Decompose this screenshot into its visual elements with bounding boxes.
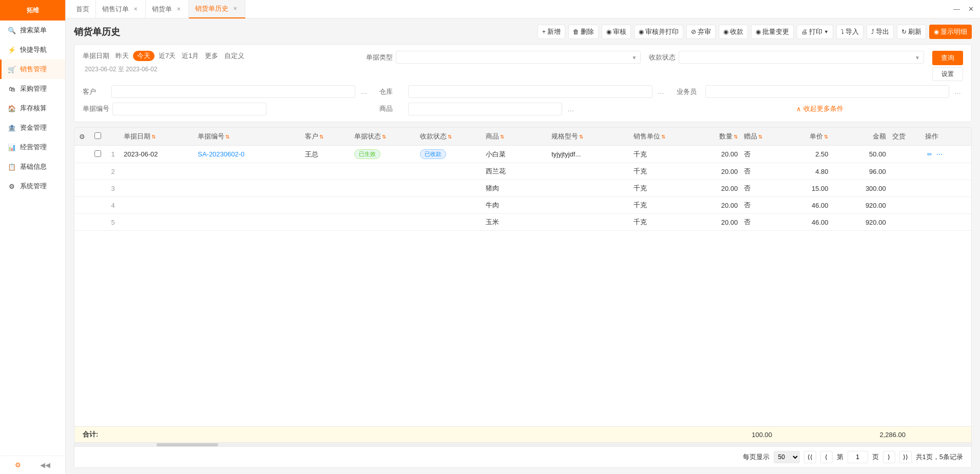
- sidebar-settings-icon[interactable]: ⚙: [15, 461, 21, 469]
- sidebar-item-inventory[interactable]: 🏠 库存核算: [0, 98, 65, 118]
- warehouse-input[interactable]: [408, 85, 652, 98]
- row-spec-cell: [548, 180, 630, 197]
- page-first-button[interactable]: ⟨⟨: [804, 451, 816, 463]
- audit-print-button[interactable]: ◉ 审核并打印: [634, 25, 683, 39]
- tab-close-sales-goods[interactable]: ✕: [175, 6, 182, 13]
- add-button[interactable]: + 新增: [537, 25, 565, 39]
- row-unit-cell: 千克: [630, 180, 691, 197]
- row-date-cell: 2023-06-02: [121, 146, 195, 163]
- staff-input[interactable]: [705, 85, 949, 98]
- doc-status-column-header[interactable]: 单据状态⇅: [351, 128, 417, 146]
- sidebar-item-sys-mgmt[interactable]: ⚙ 系统管理: [0, 176, 65, 196]
- row-checkbox-cell[interactable]: [90, 180, 105, 197]
- tab-sales-order[interactable]: 销售订单 ✕: [96, 0, 146, 18]
- tab-close-sales-history[interactable]: ✕: [232, 5, 239, 12]
- unit-price-sort-icon: ⇅: [824, 134, 828, 140]
- transaction-column-header: 交货: [889, 128, 922, 146]
- tab-sales-history[interactable]: 销货单历史 ✕: [189, 0, 245, 18]
- page-next-button[interactable]: ⟩: [883, 451, 895, 463]
- row-checkbox-cell[interactable]: [90, 214, 105, 231]
- batch-change-button[interactable]: ◉ 批量变更: [751, 25, 794, 39]
- goods-column-header[interactable]: 商品⇅: [483, 128, 548, 146]
- row-doc-no-cell: [195, 214, 301, 231]
- window-minimize-icon[interactable]: —: [951, 5, 962, 13]
- gift-column-header[interactable]: 赠品⇅: [741, 128, 782, 146]
- shortcut-7days[interactable]: 近7天: [157, 51, 178, 61]
- collapse-button[interactable]: ∧ 收起更多条件: [794, 102, 846, 115]
- tab-home[interactable]: 首页: [70, 0, 96, 18]
- doc-type-select[interactable]: [396, 51, 641, 64]
- row-more-button[interactable]: ⋯: [934, 151, 945, 158]
- customer-filter-label: 客户: [83, 87, 108, 96]
- unit-column-header[interactable]: 销售单位⇅: [630, 128, 691, 146]
- sidebar-item-purchase-mgmt[interactable]: 🛍 采购管理: [0, 79, 65, 98]
- unit-price-column-header[interactable]: 单价⇅: [782, 128, 831, 146]
- checkbox-column-header[interactable]: [90, 128, 105, 146]
- row-unit-price-cell: 4.80: [782, 163, 831, 180]
- shortcut-more[interactable]: 更多: [203, 51, 220, 61]
- cart-icon: 🛒: [8, 65, 16, 73]
- sidebar-item-label: 经营管理: [20, 143, 47, 152]
- warehouse-filter-label: 仓库: [379, 87, 405, 96]
- sidebar-item-finance[interactable]: 🏦 资金管理: [0, 118, 65, 137]
- select-all-checkbox[interactable]: [94, 132, 101, 139]
- row-checkbox-cell[interactable]: [90, 163, 105, 180]
- tab-sales-goods[interactable]: 销货单 ✕: [146, 0, 189, 18]
- payment-status-select[interactable]: [679, 51, 924, 64]
- row-checkbox-cell[interactable]: [90, 146, 105, 163]
- page-number-input[interactable]: [848, 451, 868, 463]
- page-size-select[interactable]: 10 20 50 100: [774, 451, 800, 463]
- spec-column-header[interactable]: 规格型号⇅: [548, 128, 630, 146]
- customer-column-header[interactable]: 客户⇅: [302, 128, 351, 146]
- row-checkbox-cell[interactable]: [90, 197, 105, 214]
- sidebar-item-basic-info[interactable]: 📋 基础信息: [0, 157, 65, 176]
- shortcut-1month[interactable]: 近1月: [180, 51, 201, 61]
- window-close-icon[interactable]: ✕: [966, 5, 976, 13]
- staff-ellipsis[interactable]: …: [952, 88, 963, 95]
- sidebar-item-sales-mgmt[interactable]: 🛒 销售管理: [0, 60, 65, 79]
- audit-button[interactable]: ◉ 审核: [602, 25, 631, 39]
- shortcut-today[interactable]: 今天: [133, 51, 155, 61]
- discard-button[interactable]: ⊘ 弃审: [686, 25, 716, 39]
- customer-ellipsis[interactable]: …: [358, 88, 369, 95]
- setting-button[interactable]: 设置: [932, 67, 963, 81]
- shortcut-custom[interactable]: 自定义: [222, 51, 246, 61]
- date-column-header[interactable]: 单据日期⇅: [121, 128, 195, 146]
- warehouse-ellipsis[interactable]: …: [656, 88, 666, 95]
- row-no-cell: 3: [105, 180, 121, 197]
- qty-column-header[interactable]: 数量⇅: [691, 128, 741, 146]
- shortcut-yesterday[interactable]: 昨天: [113, 51, 131, 61]
- row-gift-cell: 否: [741, 146, 782, 163]
- collect-button[interactable]: ◉ 收款: [719, 25, 748, 39]
- export-button[interactable]: ⤴ 导出: [867, 25, 894, 39]
- sidebar-item-operation[interactable]: 📊 经营管理: [0, 137, 65, 157]
- delete-button[interactable]: 🗑 删除: [568, 25, 599, 39]
- row-checkbox[interactable]: [94, 150, 101, 157]
- query-button[interactable]: 查询: [932, 51, 963, 65]
- tab-close-sales-order[interactable]: ✕: [132, 6, 139, 13]
- goods-input[interactable]: [408, 103, 562, 115]
- doc-no-input[interactable]: [112, 103, 266, 115]
- sidebar-collapse-icon[interactable]: ◀◀: [40, 461, 50, 469]
- unit-sort-icon: ⇅: [661, 134, 665, 140]
- sidebar-item-search-menu[interactable]: 🔍 搜索菜单: [0, 21, 65, 40]
- doc-no-column-header[interactable]: 单据编号⇅: [195, 128, 301, 146]
- table-row: 1 2023-06-02 SA-20230602-0 王总 已生效 已收款 小白…: [74, 146, 971, 163]
- goods-ellipsis[interactable]: …: [565, 105, 576, 113]
- print-button[interactable]: 🖨 打印 ▼: [797, 25, 833, 39]
- refresh-button[interactable]: ↻ 刷新: [897, 25, 926, 39]
- scrollbar-thumb[interactable]: [157, 443, 218, 446]
- payment-status-column-header[interactable]: 收款状态⇅: [417, 128, 483, 146]
- horizontal-scrollbar[interactable]: [74, 442, 971, 446]
- row-doc-status-cell: [351, 214, 417, 231]
- doc-no-link[interactable]: SA-20230602-0: [198, 150, 244, 158]
- customer-input[interactable]: [111, 85, 355, 98]
- page-prev-button[interactable]: ⟨: [820, 451, 833, 463]
- date-filter-label: 单据日期: [83, 51, 109, 61]
- import-button[interactable]: ⤵ 导入: [836, 25, 863, 39]
- page-last-button[interactable]: ⟩⟩: [899, 451, 912, 463]
- sidebar-item-quick-nav[interactable]: ⚡ 快捷导航: [0, 40, 65, 60]
- gear-column-header[interactable]: ⚙: [74, 128, 90, 146]
- row-edit-button[interactable]: ✏: [925, 151, 934, 158]
- show-detail-button[interactable]: ◉ 显示明细: [929, 25, 972, 39]
